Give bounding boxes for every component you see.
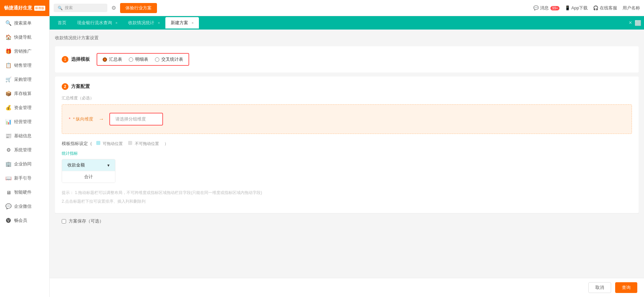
finance-icon: 💰 xyxy=(5,105,11,111)
save-checkbox[interactable] xyxy=(62,219,66,224)
tip2: 2.点击标题栏下拉可设置排序、插入列和删除列 xyxy=(62,198,632,205)
topbar-right: 💬 消息 99+ 📱 App下载 🎧 在线客服 用户名称 xyxy=(533,5,640,11)
page-breadcrumb: 收款情况统计方案设置 xyxy=(55,35,639,41)
main-area: 🔍 搜索 ⚙ 体验行业方案 💬 消息 99+ 📱 App下载 🎧 在线客服 用户… xyxy=(50,0,644,297)
sidebar-item-label: 系统管理 xyxy=(14,147,32,153)
sidebar-item-label: 销售管理 xyxy=(14,62,32,68)
brand-name: 畅捷通好生意 xyxy=(4,5,32,11)
step2-header: 2 方案配置 xyxy=(62,83,632,90)
radio-detail[interactable]: 明细表 xyxy=(129,56,148,62)
dropdown-icon[interactable]: ▾ xyxy=(107,163,110,168)
maximize-window-icon[interactable]: ⬜ xyxy=(635,20,641,26)
sidebar-item-finance[interactable]: 💰 资金管理 xyxy=(0,101,49,115)
settings-icon[interactable]: ⚙ xyxy=(111,5,116,11)
query-button[interactable]: 查询 xyxy=(615,282,637,293)
wechat-icon: 💬 xyxy=(5,203,11,209)
arrow-icon: → xyxy=(99,116,104,122)
sidebar-item-label: 搜索菜单 xyxy=(14,20,32,26)
tab-new-plan-close[interactable]: × xyxy=(192,21,194,25)
search-placeholder: 搜索 xyxy=(65,5,73,11)
sidebar-item-purchase[interactable]: 🛒 采购管理 xyxy=(0,72,49,87)
brand-logo: 畅捷通好生意 标准版 xyxy=(0,0,49,16)
sidebar-item-label: 新手引导 xyxy=(14,175,32,181)
legend-draggable: 可拖动位置 xyxy=(96,141,123,147)
enterprise-icon: 🏢 xyxy=(5,161,11,167)
tab-home-label: 首页 xyxy=(58,20,66,26)
tab-new-plan-label: 新建方案 xyxy=(171,20,188,26)
sidebar-item-label: 快捷导航 xyxy=(14,34,32,40)
download-area[interactable]: 📱 App下载 xyxy=(565,5,588,11)
tab-cashflow-close[interactable]: × xyxy=(115,21,117,25)
sidebar-item-member[interactable]: 🅥 畅会员 xyxy=(0,213,49,228)
sidebar-item-nav[interactable]: 🏠 快捷导航 xyxy=(0,30,49,44)
step2-number: 2 xyxy=(62,83,68,90)
home-icon: 🏠 xyxy=(5,34,11,40)
sidebar-item-sales[interactable]: 📋 销售管理 xyxy=(0,58,49,72)
service-area[interactable]: 🎧 在线客服 xyxy=(593,5,617,11)
save-label: 方案保存（可选） xyxy=(69,218,104,224)
sidebar-item-label: 经营管理 xyxy=(14,119,32,125)
template-radio-group: 汇总表 明细表 交叉统计表 xyxy=(97,53,189,66)
tab-receipt-close[interactable]: × xyxy=(158,21,160,25)
radio-summary[interactable]: 汇总表 xyxy=(103,56,122,62)
sidebar-item-enterprise[interactable]: 🏢 企业协同 xyxy=(0,157,49,171)
sidebar-item-label: 基础信息 xyxy=(14,133,32,139)
sidebar-item-inventory[interactable]: 📦 库存核算 xyxy=(0,87,49,101)
radio-cross[interactable]: 交叉统计表 xyxy=(155,56,183,62)
sidebar-item-label: 库存核算 xyxy=(14,91,32,97)
legend-close: ） xyxy=(164,141,168,147)
tab-home[interactable]: 首页 xyxy=(52,17,72,29)
gear-icon: ⚙ xyxy=(5,147,11,153)
sidebar-item-business[interactable]: 📊 经营管理 xyxy=(0,115,49,129)
tab-new-plan[interactable]: 新建方案 × xyxy=(165,17,199,29)
tab-cashflow[interactable]: 现金银行流水查询 × xyxy=(72,17,123,29)
dim-drop-zone: * * 纵向维度 → 请选择分组维度 xyxy=(62,104,632,134)
step2-label: 方案配置 xyxy=(71,84,90,90)
indicator-title: 模板指标设定（ xyxy=(62,141,92,147)
hardware-icon: 🖥 xyxy=(5,190,11,195)
indicator-stat-label: 统计指标 xyxy=(62,151,632,156)
sidebar-items-list: 🔍 搜索菜单 🏠 快捷导航 🎁 营销推广 📋 销售管理 🛒 采购管理 📦 库存核… xyxy=(0,16,49,297)
sidebar-item-hardware[interactable]: 🖥 智能硬件 xyxy=(0,185,49,199)
cancel-button[interactable]: 取消 xyxy=(588,282,611,293)
sidebar-item-label: 企业微信 xyxy=(14,203,32,209)
sidebar-item-system[interactable]: ⚙ 系统管理 xyxy=(0,143,49,157)
topbar-search[interactable]: 🔍 搜索 xyxy=(54,4,107,12)
sidebar-item-guide[interactable]: 📖 新手引导 xyxy=(0,171,49,185)
gift-icon: 🎁 xyxy=(5,48,11,54)
vertical-dim-label: * * 纵向维度 xyxy=(69,116,93,122)
radio-summary-label: 汇总表 xyxy=(109,56,122,62)
radio-cross-label: 交叉统计表 xyxy=(161,56,183,62)
tab-receipt-label: 收款情况统计 xyxy=(128,20,154,26)
tab-cashflow-label: 现金银行流水查询 xyxy=(77,20,112,26)
topbar: 🔍 搜索 ⚙ 体验行业方案 💬 消息 99+ 📱 App下载 🎧 在线客服 用户… xyxy=(50,0,644,16)
trial-button[interactable]: 体验行业方案 xyxy=(120,3,157,13)
tab-receipt[interactable]: 收款情况统计 × xyxy=(123,17,165,29)
dim-section-title: 汇总维度（必选） xyxy=(62,95,632,101)
user-name[interactable]: 用户名称 xyxy=(623,5,640,11)
step2-card: 2 方案配置 汇总维度（必选） * * 纵向维度 → 请选择分组维度 模板指标 xyxy=(55,77,639,213)
sidebar-item-basic[interactable]: 📰 基础信息 xyxy=(0,129,49,143)
brand-badge: 标准版 xyxy=(34,6,45,11)
draggable-dot xyxy=(96,141,100,145)
search-icon: 🔍 xyxy=(58,6,63,10)
step1-label: 选择模板 xyxy=(71,56,90,62)
sidebar-item-wechat[interactable]: 💬 企业微信 xyxy=(0,199,49,213)
close-window-icon[interactable]: × xyxy=(629,20,632,26)
tips-section: 提示： 1.拖动标题栏可以调整布局，不可跨维度或指标区域拖动栏目字段(只能在同一… xyxy=(62,189,632,205)
fixed-dot xyxy=(128,141,132,145)
group-dim-selector[interactable]: 请选择分组维度 xyxy=(109,113,163,126)
message-area[interactable]: 💬 消息 99+ xyxy=(533,5,559,11)
legend-fixed: 不可拖动位置 xyxy=(128,141,159,147)
sidebar-item-label: 资金管理 xyxy=(14,105,32,111)
search-icon: 🔍 xyxy=(5,20,11,26)
member-icon: 🅥 xyxy=(5,218,11,224)
indicator-table-header[interactable]: 收款金额 ▾ xyxy=(62,159,115,171)
main-content: 收款情况统计方案设置 1 选择模板 汇总表 明细表 xyxy=(50,30,644,278)
info-icon: 📰 xyxy=(5,133,11,139)
sidebar: 畅捷通好生意 标准版 🔍 搜索菜单 🏠 快捷导航 🎁 营销推广 📋 销售管理 🛒… xyxy=(0,0,50,297)
save-option-bar: 方案保存（可选） xyxy=(55,213,639,229)
sidebar-item-label: 企业协同 xyxy=(14,161,32,167)
sidebar-item-search[interactable]: 🔍 搜索菜单 xyxy=(0,16,49,30)
sidebar-item-marketing[interactable]: 🎁 营销推广 xyxy=(0,44,49,58)
